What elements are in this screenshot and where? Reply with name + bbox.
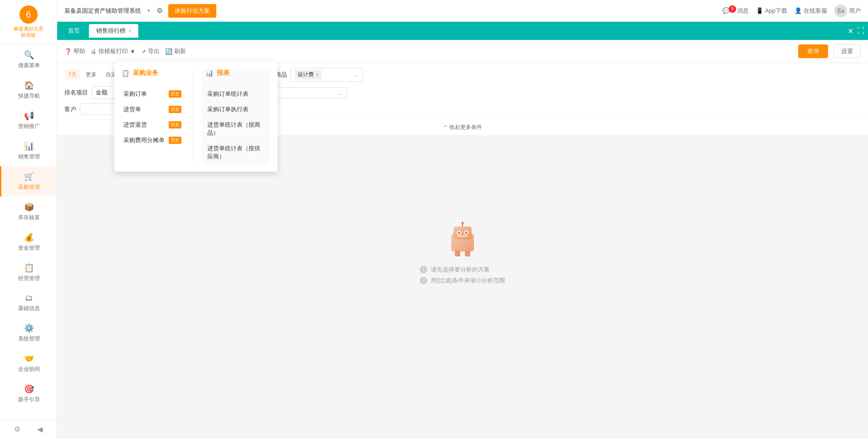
export-icon: ↗ [141,48,146,55]
tab-home[interactable]: 首页 [61,24,87,38]
print-btn[interactable]: 🖨 按模板打印 ▼ [91,47,136,55]
sidebar-item-guide[interactable]: 🎯 新手引导 [0,379,57,409]
sidebar-item-operations[interactable]: 📋 经营管理 [0,257,57,288]
goods-tag-close[interactable]: × [316,72,319,78]
query-button[interactable]: 查询 [798,44,828,58]
app-download-label: App下载 [765,7,787,15]
empty-tip-2: 2 用[过滤]条件来缩小分析范围 [420,276,505,285]
purchase-icon: 🛒 [24,172,34,182]
goods-tag: 设计费 × [295,70,322,79]
svg-rect-1 [454,227,472,239]
history-tag-1: 历史 [169,106,181,113]
date-7days-btn[interactable]: 7天 [64,69,80,80]
sidebar-item-finance-label: 资金管理 [18,244,40,252]
help-btn[interactable]: ❓ 帮助 [64,47,85,55]
dropdown-item-purchase-order[interactable]: 采购订单 历史 [122,86,183,102]
goods-input[interactable]: 设计费 × ... [291,68,363,82]
tabbar: 首页 销售排行榜 × ✕ ⛶ [57,22,868,40]
svg-point-4 [458,232,460,234]
empty-illustration [440,222,485,258]
tab-close-all-btn[interactable]: ✕ [848,27,853,35]
sidebar-item-quick-nav[interactable]: 🏠 快捷导航 [0,75,57,105]
purchase-dropdown-menu: 📋 采购业务 采购订单 历史 进货单 历史 进货退货 历史 [114,62,278,172]
topbar: 装备及固定资产辅助管理系统 ▼ ⚙ 体验行业方案 💬 9 消息 📱 App下载 … [57,0,868,22]
date-more-btn[interactable]: 更多 [82,69,100,80]
sidebar-item-search-label: 搜索菜单 [18,62,40,69]
history-tag-3: 历史 [169,137,181,144]
notification-item[interactable]: 💬 9 消息 [722,7,749,15]
user-label: 用户 [849,7,861,15]
goods-dots[interactable]: ... [355,71,360,78]
dropdown-item-cost[interactable]: 采购费用分摊单 历史 [122,133,183,148]
dropdown-item-incoming[interactable]: 进货单 历史 [122,102,183,117]
sidebar-item-inventory[interactable]: 📦 库存核算 [0,197,57,227]
collapse-up-icon: ⌃ [443,124,448,131]
sidebar-item-system[interactable]: ⚙️ 系统管理 [0,318,57,348]
notification-label: 消息 [737,7,749,15]
sidebar-item-finance[interactable]: 💰 资金管理 [0,227,57,257]
home-icon: 🏠 [24,80,34,90]
dropdown-item-report-2[interactable]: 采购订单执行表 [205,102,267,117]
refresh-icon: 🔄 [165,48,172,55]
topbar-title: 装备及固定资产辅助管理系统 [64,7,141,15]
notification-badge: 9 [729,5,736,13]
sidebar-collapse-btn[interactable]: ◀ [37,425,43,434]
collapse-btn[interactable]: ⌃ 收起更多条件 [443,123,482,131]
online-service-item[interactable]: 👤 在线客服 [795,7,827,15]
svg-rect-9 [465,251,470,256]
dropdown-item-report-1[interactable]: 采购订单统计表 [205,86,267,102]
rank-label: 排名项目 [64,89,88,97]
tab-expand-btn[interactable]: ⛶ [857,27,864,35]
print-label: 按模板打印 [98,47,128,55]
salesperson-dots[interactable]: ... [338,89,343,96]
dropdown-col1-title: 📋 采购业务 [122,69,183,81]
sidebar-item-marketing[interactable]: 📢 营销推广 [0,105,57,136]
sidebar-item-search[interactable]: 🔍 搜索菜单 [0,44,57,75]
refresh-btn[interactable]: 🔄 刷新 [165,47,186,55]
sidebar-item-enterprise-label: 企业协同 [18,365,40,373]
guide-icon: 🎯 [24,384,34,394]
help-icon: ❓ [64,48,72,55]
sidebar-item-sales[interactable]: 📊 销售管理 [0,136,57,166]
dropdown-item-report-3[interactable]: 进货单统计表（按商品） [205,117,267,141]
sidebar-item-basic-info[interactable]: 🗂 基础信息 [0,288,57,318]
industry-btn[interactable]: 体验行业方案 [168,4,216,18]
basic-info-icon: 🗂 [25,293,33,303]
svg-point-5 [465,232,468,234]
history-tag-0: 历史 [169,90,181,98]
tab-sales-rank[interactable]: 销售排行榜 × [89,24,138,38]
sidebar-bottom: ⚙ ◀ [0,419,57,439]
export-btn[interactable]: ↗ 导出 [141,47,160,55]
sidebar-item-purchase[interactable]: 🛒 采购管理 [0,166,57,197]
system-icon: ⚙️ [24,323,34,333]
sidebar-item-marketing-label: 营销推广 [18,123,40,130]
dropdown-col2-title: 📊 报表 [205,69,267,81]
dropdown-item-return[interactable]: 进货退货 历史 [122,117,183,133]
sidebar-item-enterprise[interactable]: 🤝 企业协同 [0,348,57,379]
svg-rect-8 [455,251,460,256]
tab-close-icon[interactable]: × [128,28,131,34]
purchase-biz-icon: 📋 [122,69,129,77]
logo-icon: 6 [20,5,38,24]
settings-button[interactable]: 设置 [834,44,861,58]
sidebar-item-sales-label: 销售管理 [18,153,40,161]
user-item[interactable]: Ea 用户 [834,5,861,17]
finance-icon: 💰 [24,232,34,242]
sidebar-settings-btn[interactable]: ⚙ [14,425,20,434]
mobile-icon: 📱 [756,7,763,14]
history-tag-2: 历史 [169,121,181,128]
topbar-settings-icon[interactable]: ⚙ [156,6,163,15]
collapse-label: 收起更多条件 [449,123,482,131]
empty-tip-1: 1 请先选择要分析的方案 [420,266,505,274]
goods-filter: 商品 设计费 × ... [275,68,363,82]
dropdown-item-report-4[interactable]: 进货单统计表（按供应商） [205,141,267,164]
toolbar: ❓ 帮助 🖨 按模板打印 ▼ ↗ 导出 🔄 刷新 查询 [57,40,868,63]
report-icon: 📊 [205,69,213,77]
logo-text: 畅捷通好生意 标准版 [14,25,44,39]
tab-sales-rank-label: 销售排行榜 [96,27,126,35]
dropdown-col-reports: 📊 报表 采购订单统计表 采购订单执行表 进货单统计表（按商品） 进货单统计表（… [202,69,271,164]
sidebar-item-basic-info-label: 基础信息 [18,305,40,312]
topbar-dropdown-arrow[interactable]: ▼ [146,8,151,13]
enterprise-icon: 🤝 [24,354,34,364]
app-download-item[interactable]: 📱 App下载 [756,7,787,15]
